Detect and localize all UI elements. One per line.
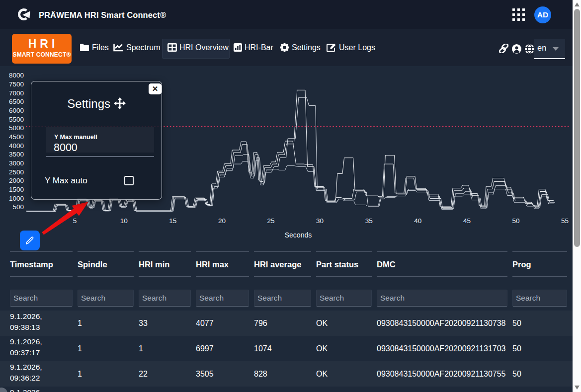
svg-text:6500: 6500 bbox=[9, 98, 24, 105]
svg-text:30: 30 bbox=[316, 217, 324, 225]
svg-text:7500: 7500 bbox=[9, 80, 24, 88]
svg-text:4000: 4000 bbox=[9, 142, 24, 150]
svg-text:40: 40 bbox=[414, 217, 421, 225]
svg-text:1000: 1000 bbox=[9, 195, 24, 202]
svg-text:50: 50 bbox=[512, 217, 519, 225]
svg-text:15: 15 bbox=[169, 217, 176, 225]
svg-text:20: 20 bbox=[218, 217, 226, 225]
svg-text:55: 55 bbox=[561, 217, 569, 225]
svg-text:4500: 4500 bbox=[9, 133, 24, 141]
svg-text:3500: 3500 bbox=[9, 151, 24, 158]
svg-text:5500: 5500 bbox=[9, 116, 24, 123]
svg-text:2500: 2500 bbox=[9, 168, 24, 176]
svg-text:500: 500 bbox=[12, 203, 24, 211]
svg-text:10: 10 bbox=[120, 217, 128, 225]
svg-text:35: 35 bbox=[365, 217, 373, 225]
svg-text:2000: 2000 bbox=[9, 177, 24, 184]
svg-text:7000: 7000 bbox=[9, 89, 24, 97]
svg-text:5000: 5000 bbox=[9, 124, 24, 132]
svg-text:25: 25 bbox=[267, 217, 274, 225]
svg-text:3000: 3000 bbox=[9, 159, 24, 167]
svg-text:1500: 1500 bbox=[9, 186, 24, 193]
svg-text:6000: 6000 bbox=[9, 107, 24, 114]
svg-text:45: 45 bbox=[463, 217, 471, 225]
svg-text:8000: 8000 bbox=[9, 72, 24, 79]
